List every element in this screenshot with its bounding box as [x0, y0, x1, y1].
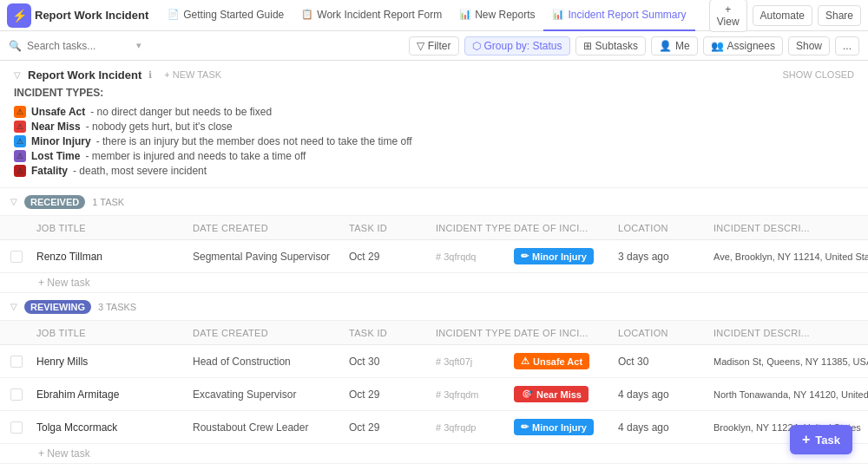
incident-types-list: ⚠ Unsafe Act - no direct danger but need… — [14, 102, 854, 180]
col-header-reviewing-3: INCIDENT TYPE — [436, 328, 514, 338]
col-header-reviewing-4: DATE OF INCI... — [514, 328, 618, 338]
filter-actions: ▽ Filter ⬡ Group by: Status ⊞ Subtasks 👤… — [409, 36, 859, 55]
row-task-id-reviewing-1: # 3qfrqdm — [436, 389, 514, 400]
view-button[interactable]: + View — [709, 0, 747, 32]
group-badge-reviewing: REVIEWING — [24, 300, 91, 314]
row-location-reviewing-1: North Tonawanda, NY 14120, United States — [713, 389, 868, 400]
row-date-incident-received-0: 3 days ago — [618, 251, 713, 263]
row-checkbox-received-0[interactable] — [10, 251, 23, 263]
show-closed-button[interactable]: SHOW CLOSED — [782, 69, 854, 80]
row-checkbox-reviewing-0[interactable] — [10, 356, 23, 368]
row-task-id-reviewing-2: # 3qfrqdp — [436, 422, 514, 433]
app-icon: ⚡ — [7, 3, 31, 28]
subtasks-button[interactable]: ⊞ Subtasks — [575, 36, 646, 55]
assignees-button[interactable]: 👥 Assignees — [703, 36, 783, 55]
incident-type-fatality: ⚠ Fatality - death, most severe incident — [14, 165, 854, 177]
row-date-created-reviewing-0: Oct 30 — [349, 356, 436, 368]
incident-label-unsafe-act: Unsafe Act — [31, 106, 85, 118]
show-label: Show — [796, 40, 822, 52]
add-task-received[interactable]: + New task — [0, 273, 868, 292]
incident-badge-near-miss: ⚠ — [14, 121, 26, 133]
table-row[interactable]: Henry Mills Head of Construction Oct 30 … — [0, 345, 868, 378]
tab-label-new-reports: New Reports — [475, 9, 535, 21]
info-icon[interactable]: ℹ — [148, 69, 152, 81]
row-name-reviewing-2: Tolga Mccormack — [36, 421, 193, 434]
group-reviewing: ▽ REVIEWING 3 TASKS JOB TITLEDATE CREATE… — [0, 293, 868, 464]
filter-button[interactable]: ▽ Filter — [409, 36, 459, 55]
row-checkbox-reviewing-1[interactable] — [10, 388, 23, 401]
section-toggle-icon[interactable]: ▽ — [14, 70, 21, 80]
group-by-button[interactable]: ⬡ Group by: Status — [464, 36, 570, 55]
row-job-title-received-0: Segmental Paving Supervisor — [193, 251, 349, 263]
group-received: ▽ RECEIVED 1 TASK JOB TITLEDATE CREATEDT… — [0, 188, 868, 293]
show-button[interactable]: Show — [788, 36, 830, 55]
incident-type-unsafe-act: ⚠ Unsafe Act - no direct danger but need… — [14, 106, 854, 118]
col-header-received-2: TASK ID — [349, 223, 436, 233]
me-button[interactable]: 👤 Me — [651, 36, 698, 55]
group-toggle-received[interactable]: ▽ — [10, 197, 17, 206]
incident-badge-unsafe-act: ⚠ — [14, 106, 26, 118]
col-header-received-6: INCIDENT DESCRI... — [713, 223, 868, 233]
col-header-reviewing-5: LOCATION — [618, 328, 713, 338]
incident-badge-fatality: ⚠ — [14, 165, 26, 177]
incident-desc-unsafe-act: - no direct danger but needs to be fixed — [90, 106, 272, 118]
incident-badge-lost-time: ⚠ — [14, 150, 26, 162]
incident-desc-near-miss: - nobody gets hurt, but it's close — [86, 121, 233, 133]
tab-label-getting-started: Getting Started Guide — [183, 9, 284, 21]
row-incident-type-reviewing-2: ✏ Minor Injury — [514, 419, 618, 435]
row-date-created-reviewing-1: Oct 29 — [349, 388, 436, 401]
table-header-reviewing: JOB TITLEDATE CREATEDTASK IDINCIDENT TYP… — [0, 321, 868, 345]
row-date-created-received-0: Oct 29 — [349, 251, 436, 263]
incident-tag-icon-reviewing-0: ⚠ — [521, 356, 529, 367]
col-header-reviewing-2: TASK ID — [349, 328, 436, 338]
group-header-reviewing: ▽ REVIEWING 3 TASKS — [0, 293, 868, 321]
share-button[interactable]: Share — [818, 5, 861, 26]
row-incident-type-reviewing-1: 🎯 Near Miss — [514, 386, 618, 402]
incident-tag-icon-reviewing-2: ✏ — [521, 421, 529, 433]
group-header-needs-input: ▽ NEEDS INPUT 2 TASKS — [0, 464, 868, 470]
col-header-reviewing-6: INCIDENT DESCRI... — [713, 328, 868, 338]
incident-label-lost-time: Lost Time — [31, 150, 80, 162]
incident-badge-minor-injury: ⚠ — [14, 135, 26, 147]
tab-getting-started[interactable]: 📄Getting Started Guide — [159, 0, 293, 31]
tab-incident-report-summary[interactable]: 📊Incident Report Summary — [543, 0, 694, 31]
incident-tag-reviewing-2: ✏ Minor Injury — [514, 419, 594, 435]
more-options-button[interactable]: ... — [835, 36, 859, 55]
incident-label-minor-injury: Minor Injury — [31, 135, 91, 147]
fab-button[interactable]: + Task — [790, 425, 852, 454]
row-date-created-reviewing-2: Oct 29 — [349, 421, 436, 434]
top-actions: + View Automate Share — [709, 0, 861, 32]
search-dropdown-icon[interactable]: ▾ — [136, 40, 141, 51]
tab-work-incident-form[interactable]: 📋Work Incident Report Form — [293, 0, 450, 31]
col-header-reviewing-1: DATE CREATED — [193, 328, 349, 338]
table-row[interactable]: Renzo Tillman Segmental Paving Superviso… — [0, 240, 868, 273]
fab-icon: + — [802, 432, 810, 447]
table-row[interactable]: Ebrahim Armitage Excavating Supervisor O… — [0, 378, 868, 411]
tab-icon-progress-board: 📋 — [704, 9, 706, 20]
page-title: Report Work Incident — [35, 9, 148, 22]
section-title: Report Work Incident — [28, 69, 141, 82]
subtasks-label: Subtasks — [595, 40, 638, 52]
incident-label-near-miss: Near Miss — [31, 121, 81, 133]
incident-tag-reviewing-0: ⚠ Unsafe Act — [514, 353, 589, 369]
automate-button[interactable]: Automate — [753, 5, 812, 26]
search-wrap: 🔍 ▾ — [9, 40, 148, 52]
col-header-received-3: INCIDENT TYPE — [436, 223, 514, 233]
table-row[interactable]: Tolga Mccormack Roustabout Crew Leader O… — [0, 411, 868, 444]
add-task-reviewing[interactable]: + New task — [0, 444, 868, 463]
row-location-received-0: Ave, Brooklyn, NY 11214, United States — [713, 251, 868, 262]
tab-label-incident-report-summary: Incident Report Summary — [568, 9, 686, 21]
table-header-received: JOB TITLEDATE CREATEDTASK IDINCIDENT TYP… — [0, 216, 868, 240]
col-header-received-5: LOCATION — [618, 223, 713, 233]
tab-new-reports[interactable]: 📊New Reports — [450, 0, 543, 31]
search-input[interactable] — [27, 40, 131, 52]
row-job-title-reviewing-1: Excavating Supervisor — [193, 388, 349, 401]
filter-icon: ▽ — [417, 40, 424, 52]
search-bar: 🔍 ▾ ▽ Filter ⬡ Group by: Status ⊞ Subtas… — [0, 31, 868, 61]
incident-desc-fatality: - death, most severe incident — [73, 165, 207, 177]
row-checkbox-reviewing-2[interactable] — [10, 421, 23, 434]
tab-progress-board[interactable]: 📋Progress Board — [695, 0, 706, 31]
new-task-button[interactable]: + NEW TASK — [159, 68, 227, 82]
row-job-title-reviewing-0: Head of Construction — [193, 356, 349, 368]
group-toggle-reviewing[interactable]: ▽ — [10, 302, 17, 311]
